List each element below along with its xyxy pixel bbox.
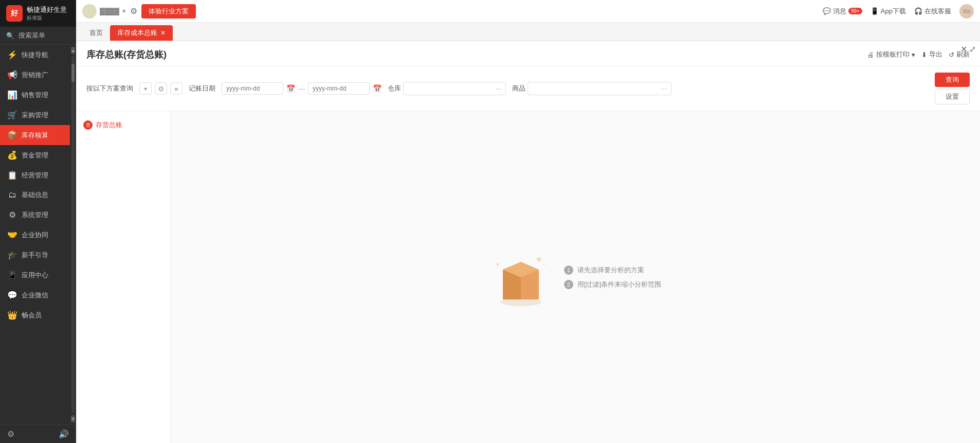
tab-bar: 首页 库存成本总账 ✕: [76, 23, 980, 41]
query-btn[interactable]: 查询: [935, 73, 970, 87]
scroll-down-arrow[interactable]: ▼: [71, 415, 75, 422]
sidebar-label-member: 畅会员: [22, 311, 42, 320]
product-label: 商品: [512, 84, 525, 93]
tab-inventory-ledger[interactable]: 库存成本总账 ✕: [110, 25, 173, 41]
tab-close-icon[interactable]: ✕: [160, 29, 166, 37]
online-support-btn[interactable]: 🎧 在线客服: [914, 7, 951, 16]
scroll-up-arrow[interactable]: ▲: [71, 47, 75, 54]
avatar-initials: Rit: [963, 8, 970, 14]
sidebar: 好 畅捷通好生意 标准版 🔍 搜索菜单 ⚡ 快捷导航 📢 营销推广 📊 销售管理…: [0, 0, 76, 443]
export-label: 导出: [929, 50, 942, 59]
resize-icon[interactable]: ⤢: [969, 44, 976, 54]
svg-point-8: [496, 263, 499, 266]
sidebar-item-inventory[interactable]: 📦 库存核算: [0, 125, 70, 145]
left-panel: 货 存货总账: [76, 111, 171, 443]
top-bar-right: 💬 消息 99+ 📱 App下载 🎧 在线客服 Rit: [823, 4, 974, 19]
finance-icon: 💰: [7, 150, 17, 160]
content-area-wrapper: ✕ ⤢ 库存总账(存货总账) 🖨 按模板打印 ▾ ⬇ 导出: [76, 41, 980, 443]
sidebar-item-quick-nav[interactable]: ⚡ 快捷导航: [0, 45, 70, 65]
sidebar-search[interactable]: 🔍 搜索菜单: [0, 27, 76, 45]
app-download-btn[interactable]: 📱 App下载: [870, 7, 906, 16]
export-icon: ⬇: [921, 51, 927, 59]
tip-text-1: 请先选择要分析的方案: [577, 265, 644, 275]
filter-collapse-icon[interactable]: «: [170, 82, 183, 95]
sidebar-label-wechat: 企业微信: [22, 291, 48, 300]
calendar-start-icon[interactable]: 📅: [286, 84, 295, 93]
top-right-avatar: Rit: [959, 4, 974, 19]
warehouse-label: 仓库: [388, 84, 401, 93]
warehouse-filter: 仓库 ···: [388, 82, 506, 95]
empty-state: 1 请先选择要分析的方案 2 用[过滤]条件来缩小分析范围: [490, 246, 661, 308]
settings-bottom-icon[interactable]: ⚙: [7, 429, 14, 439]
sidebar-item-sales[interactable]: 📊 销售管理: [0, 85, 70, 105]
tip-number-2: 2: [564, 280, 573, 289]
filter-add-btn[interactable]: +: [139, 82, 152, 95]
sidebar-item-appstore[interactable]: 📱 应用中心: [0, 265, 70, 285]
message-icon: 💬: [823, 7, 831, 15]
print-btn[interactable]: 🖨 按模板打印 ▾: [867, 50, 915, 59]
sidebar-label-basic: 基础信息: [22, 190, 48, 200]
sidebar-item-marketing[interactable]: 📢 营销推广: [0, 65, 70, 85]
page-header-actions: 🖨 按模板打印 ▾ ⬇ 导出 ↺ 刷新: [867, 50, 970, 59]
filter-area: 按以下方案查询 + ⊙ « 记账日期 📅 — 📅 仓库: [76, 66, 980, 111]
sales-icon: 📊: [7, 90, 17, 100]
tab-home-label: 首页: [89, 29, 103, 37]
settings-filter-btn[interactable]: 设置: [935, 89, 970, 104]
system-icon: ⚙: [7, 210, 17, 220]
topbar-gear-icon[interactable]: ⚙: [130, 6, 137, 16]
product-select[interactable]: ···: [528, 82, 672, 95]
main-area: ▓▓▓▓ ▾ ⚙ 体验行业方案 💬 消息 99+ 📱 App下载 🎧 在线客服 …: [76, 0, 980, 443]
export-btn[interactable]: ⬇ 导出: [921, 50, 942, 59]
empty-illustration: [490, 246, 552, 308]
tab-home[interactable]: 首页: [82, 25, 110, 41]
wechat-icon: 💬: [7, 290, 17, 300]
industry-btn[interactable]: 体验行业方案: [141, 4, 196, 19]
sidebar-item-cooperation[interactable]: 🤝 企业协同: [0, 225, 70, 245]
sidebar-item-member[interactable]: 👑 畅会员: [0, 305, 70, 325]
appstore-icon: 📱: [7, 270, 17, 280]
sidebar-label-purchase: 采购管理: [22, 111, 48, 120]
scheme-icon-text: 货: [86, 122, 90, 129]
date-label: 记账日期: [189, 84, 215, 93]
scheme-item-inventory[interactable]: 货 存货总账: [76, 116, 171, 134]
print-chevron-icon: ▾: [912, 51, 915, 59]
warehouse-select[interactable]: ···: [403, 82, 506, 95]
logo-text-block: 畅捷通好生意 标准版: [27, 5, 67, 22]
operation-icon: 📋: [7, 170, 17, 180]
product-filter: 商品 ···: [512, 82, 672, 95]
empty-svg: [490, 246, 552, 308]
user-avatar-small: [82, 4, 97, 19]
scroll-track: [71, 56, 75, 413]
filter-settings-icon[interactable]: ⊙: [155, 82, 167, 95]
sidebar-logo: 好 畅捷通好生意 标准版: [0, 0, 76, 27]
online-support-icon: 🎧: [914, 7, 922, 15]
sidebar-item-basic[interactable]: 🗂 基础信息: [0, 185, 70, 205]
message-btn[interactable]: 💬 消息 99+: [823, 7, 862, 16]
tab-inventory-ledger-label: 库存成本总账: [117, 28, 157, 38]
sidebar-item-system[interactable]: ⚙ 系统管理: [0, 205, 70, 225]
user-name-display: ▓▓▓▓: [100, 7, 119, 15]
warehouse-more-icon[interactable]: ···: [495, 84, 501, 93]
calendar-end-icon[interactable]: 📅: [373, 84, 382, 93]
sidebar-scrollbar: ▲ ▼: [70, 45, 76, 424]
close-panel-icon[interactable]: ✕: [960, 44, 967, 54]
marketing-icon: 📢: [7, 70, 17, 80]
sidebar-item-purchase[interactable]: 🛒 采购管理: [0, 105, 70, 125]
sidebar-item-wechat[interactable]: 💬 企业微信: [0, 285, 70, 305]
tip-number-1: 1: [564, 265, 573, 275]
date-start-input[interactable]: [222, 82, 283, 95]
user-chevron-icon: ▾: [122, 7, 126, 15]
cooperation-icon: 🤝: [7, 230, 17, 240]
empty-tips: 1 请先选择要分析的方案 2 用[过滤]条件来缩小分析范围: [564, 265, 661, 289]
product-more-icon[interactable]: ···: [661, 84, 667, 93]
window-controls: ✕ ⤢: [956, 41, 980, 57]
date-end-input[interactable]: [308, 82, 370, 95]
audio-bottom-icon[interactable]: 🔊: [59, 429, 69, 439]
sidebar-item-finance[interactable]: 💰 资金管理: [0, 145, 70, 165]
sidebar-label-finance: 资金管理: [22, 151, 48, 160]
sidebar-item-newbie[interactable]: 🎓 新手引导: [0, 245, 70, 265]
sidebar-item-operation[interactable]: 📋 经营管理: [0, 165, 70, 185]
basic-icon: 🗂: [7, 190, 17, 200]
main-body: 货 存货总账: [76, 111, 980, 443]
print-label: 按模板打印: [876, 50, 910, 59]
